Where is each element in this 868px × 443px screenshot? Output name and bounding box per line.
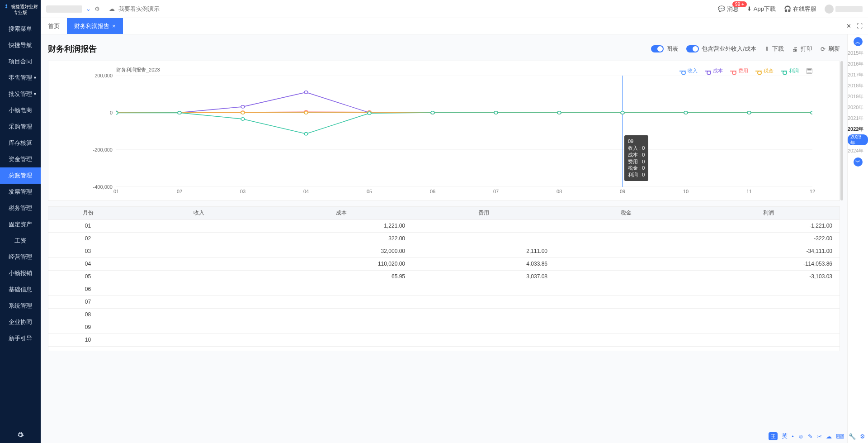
sidebar-item-inventory[interactable]: 库存核算 bbox=[0, 135, 41, 151]
tab-report[interactable]: 财务利润报告 × bbox=[67, 18, 123, 34]
sidebar-item-salary[interactable]: 工资 bbox=[0, 233, 41, 249]
legend-expense[interactable]: 费用 bbox=[730, 67, 748, 74]
sidebar-item-invoice[interactable]: 发票管理 bbox=[0, 184, 41, 200]
year-option[interactable]: 2021年 bbox=[848, 113, 868, 124]
print-button[interactable]: 🖨打印 bbox=[792, 45, 812, 53]
year-option[interactable]: 2016年 bbox=[848, 58, 868, 69]
table-cell bbox=[127, 333, 270, 346]
year-option[interactable]: 2020年 bbox=[848, 102, 868, 113]
refresh-button[interactable]: ⟳刷新 bbox=[821, 45, 840, 53]
scrollbar[interactable] bbox=[840, 61, 843, 200]
sidebar-item-wholesale[interactable]: 批发管理▼ bbox=[0, 86, 41, 102]
close-all-icon[interactable]: ✕ bbox=[846, 23, 851, 29]
sidebar-item-guide[interactable]: 新手引导 bbox=[0, 330, 41, 347]
year-option[interactable]: 2023年 bbox=[848, 134, 868, 145]
table-cell bbox=[127, 219, 270, 232]
year-option[interactable]: 2015年 bbox=[848, 48, 868, 58]
year-option[interactable]: 2022年 bbox=[848, 124, 868, 134]
table-cell: -322.00 bbox=[697, 232, 840, 245]
ime-gear-icon[interactable]: ⚙ bbox=[860, 433, 865, 440]
legend-cost[interactable]: 成本 bbox=[705, 67, 723, 74]
ime-keyboard-icon[interactable]: ⌨ bbox=[836, 433, 844, 440]
table-cell bbox=[412, 219, 555, 232]
demo-link[interactable]: ☁ 我要看实例演示 bbox=[109, 5, 160, 13]
sidebar-item-retail[interactable]: 零售管理▼ bbox=[0, 70, 41, 86]
download-icon: ⬇ bbox=[747, 5, 752, 12]
svg-point-59 bbox=[494, 111, 498, 114]
table-cell bbox=[270, 321, 412, 333]
ime-smile-icon[interactable]: ☺ bbox=[798, 433, 804, 440]
year-option[interactable]: 2018年 bbox=[848, 80, 868, 91]
org-selector[interactable]: ⌄ ⚙ bbox=[46, 5, 100, 13]
toggle-include[interactable]: 包含营业外收入/成本 bbox=[686, 45, 756, 53]
print-label: 打印 bbox=[801, 45, 812, 53]
table-cell: -114,053.86 bbox=[697, 257, 840, 270]
svg-point-20 bbox=[304, 91, 308, 94]
sidebar-item-fund[interactable]: 资金管理 bbox=[0, 151, 41, 167]
year-down-icon[interactable]: ︾ bbox=[854, 157, 863, 167]
table-cell: 04 bbox=[48, 257, 127, 270]
table-cell bbox=[127, 283, 270, 295]
table-cell bbox=[127, 270, 270, 283]
ime-scissors-icon[interactable]: ✂ bbox=[817, 433, 822, 440]
tab-home[interactable]: 首页 bbox=[41, 18, 67, 34]
online-service-button[interactable]: 🎧 在线客服 bbox=[784, 5, 816, 13]
chart-plot[interactable] bbox=[116, 76, 812, 187]
sidebar-item-ledger[interactable]: 总账管理 bbox=[0, 167, 41, 184]
ime-logo-icon[interactable]: 王 bbox=[769, 432, 778, 440]
table-cell bbox=[555, 295, 697, 308]
legend-expense-label: 费用 bbox=[738, 67, 748, 74]
sidebar-item-expense[interactable]: 小畅报销 bbox=[0, 265, 41, 281]
table-cell bbox=[555, 333, 697, 346]
year-option[interactable]: 2019年 bbox=[848, 91, 868, 102]
close-icon[interactable]: × bbox=[112, 23, 116, 29]
ime-edit-icon[interactable]: ✎ bbox=[808, 433, 813, 440]
ime-lang[interactable]: 英 bbox=[782, 432, 788, 440]
table-cell: 1,221.00 bbox=[270, 219, 412, 232]
download-button[interactable]: ⇩下载 bbox=[764, 45, 784, 53]
sidebar-item-system[interactable]: 系统管理 bbox=[0, 298, 41, 314]
legend-tax[interactable]: 税金 bbox=[755, 67, 774, 74]
sidebar-item-basicinfo[interactable]: 基础信息 bbox=[0, 281, 41, 298]
sidebar-item-fixedasset[interactable]: 固定资产 bbox=[0, 216, 41, 233]
table-row: 07 bbox=[48, 295, 840, 308]
app-download-button[interactable]: ⬇ App下载 bbox=[747, 5, 776, 13]
sidebar-item-search[interactable]: 搜索菜单 bbox=[0, 21, 41, 37]
legend-profit[interactable]: 利润 bbox=[781, 67, 799, 74]
sidebar-item-quicknav[interactable]: 快捷导航 bbox=[0, 37, 41, 53]
legend-income[interactable]: 收入 bbox=[679, 67, 698, 74]
table-cell bbox=[697, 283, 840, 295]
gear-icon[interactable]: ⚙ bbox=[94, 5, 100, 12]
sidebar-item-tax[interactable]: 税务管理 bbox=[0, 200, 41, 216]
sidebar-item-label: 批发管理 bbox=[9, 90, 32, 98]
x-tick-label: 01 bbox=[113, 189, 119, 194]
ime-cloud-icon[interactable]: ☁ bbox=[826, 433, 832, 440]
svg-point-58 bbox=[431, 111, 434, 114]
sidebar-item-project[interactable]: 项目合同 bbox=[0, 53, 41, 70]
sidebar-item-operate[interactable]: 经营管理 bbox=[0, 249, 41, 265]
ime-dot-icon[interactable]: • bbox=[792, 433, 794, 440]
fullscreen-icon[interactable]: ⛶ bbox=[857, 23, 863, 29]
sidebar-item-ecom[interactable]: 小畅电商 bbox=[0, 102, 41, 119]
sidebar-item-collab[interactable]: 企业协同 bbox=[0, 314, 41, 330]
chart-menu-icon[interactable] bbox=[806, 68, 812, 74]
chevron-down-icon[interactable]: ⌄ bbox=[86, 5, 91, 12]
chart-card: 财务利润报告_2023 收入 成本 费用 税金 利润 200,0000-200,… bbox=[48, 61, 840, 201]
table-cell: 2,111.00 bbox=[412, 245, 555, 257]
user-avatar[interactable] bbox=[825, 5, 863, 14]
year-option[interactable]: 2017年 bbox=[848, 69, 868, 80]
avatar-icon bbox=[825, 5, 834, 14]
table-header: 成本 bbox=[270, 207, 412, 219]
settings-gear-icon[interactable] bbox=[0, 427, 41, 443]
x-tick-label: 05 bbox=[367, 189, 372, 194]
demo-label: 我要看实例演示 bbox=[118, 5, 160, 13]
messages-button[interactable]: 💬 消息 99 + bbox=[718, 5, 739, 13]
table-header: 费用 bbox=[412, 207, 555, 219]
ime-tool-icon[interactable]: 🔧 bbox=[849, 433, 856, 440]
toggle-chart[interactable]: 图表 bbox=[651, 45, 678, 53]
page-title: 财务利润报告 bbox=[48, 43, 97, 54]
year-up-icon[interactable]: ︽ bbox=[854, 37, 863, 46]
year-option[interactable]: 2024年 bbox=[848, 145, 868, 156]
svg-point-44 bbox=[304, 111, 308, 114]
sidebar-item-purchase[interactable]: 采购管理 bbox=[0, 119, 41, 135]
